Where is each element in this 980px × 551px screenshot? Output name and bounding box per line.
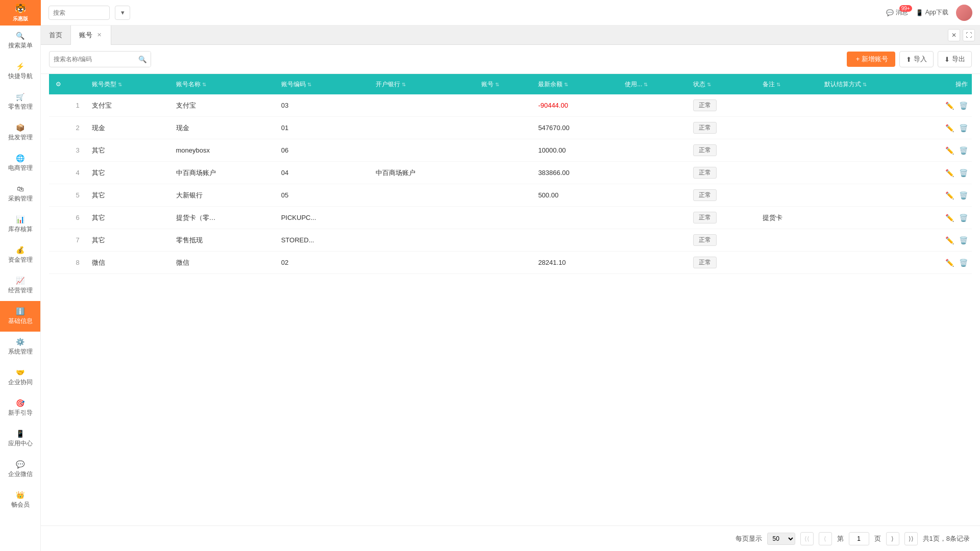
delete-icon[interactable]: 🗑️	[959, 124, 968, 132]
tab-expand-btn[interactable]: ⛶	[963, 29, 975, 41]
dropdown-button[interactable]: ▾	[115, 6, 130, 20]
export-button[interactable]: ⬇ 导出	[938, 51, 972, 67]
row-balance: -90444.00	[534, 94, 621, 117]
top-search-input[interactable]	[48, 6, 110, 20]
row-settings	[49, 139, 67, 162]
row-bank	[372, 117, 477, 139]
delete-icon[interactable]: 🗑️	[959, 191, 968, 199]
delete-icon[interactable]: 🗑️	[959, 259, 968, 267]
row-balance: 383866.00	[534, 162, 621, 184]
col-code[interactable]: 账号编码⇅	[277, 74, 372, 94]
col-type[interactable]: 账号类型⇅	[88, 74, 172, 94]
tab-bar: 首页 账号 ✕ ✕ ⛶	[41, 26, 980, 45]
row-remark	[758, 139, 820, 162]
col-bank[interactable]: 开户银行⇅	[372, 74, 477, 94]
col-usage[interactable]: 使用...⇅	[621, 74, 689, 94]
sidebar-item-search-menu[interactable]: 🔍 搜索菜单	[0, 26, 40, 56]
delete-icon[interactable]: 🗑️	[959, 146, 968, 155]
sidebar-item-app-center[interactable]: 📱 应用中心	[0, 423, 40, 454]
tab-home[interactable]: 首页	[41, 26, 71, 45]
table-wrap: ⚙ 账号类型⇅ 账号名称⇅ 账号编码⇅ 开户银行⇅ 账号⇅ 最新余额⇅ 使用..…	[41, 74, 980, 525]
row-settings	[49, 162, 67, 184]
avatar[interactable]	[956, 5, 972, 21]
col-settings[interactable]: ⚙	[49, 74, 67, 94]
row-actions: ✏️ 🗑️	[931, 207, 972, 229]
page-size-select[interactable]: 50 10 20 100	[767, 533, 795, 545]
row-index: 1	[67, 94, 88, 117]
sidebar-item-ecommerce[interactable]: 🌐 电商管理	[0, 148, 40, 179]
first-page-button[interactable]: ⟨⟨	[800, 532, 814, 545]
sidebar-item-quick-nav[interactable]: ⚡ 快捷导航	[0, 56, 40, 87]
row-status: 正常	[689, 184, 758, 207]
row-usage	[621, 162, 689, 184]
row-actions: ✏️ 🗑️	[931, 229, 972, 252]
col-name[interactable]: 账号名称⇅	[172, 74, 277, 94]
edit-icon[interactable]: ✏️	[945, 236, 954, 244]
sidebar-item-starter-guide[interactable]: 🎯 新手引导	[0, 393, 40, 423]
edit-icon[interactable]: ✏️	[945, 169, 954, 177]
delete-icon[interactable]: 🗑️	[959, 102, 968, 110]
pagination-bar: 每页显示 50 10 20 100 ⟨⟨ ⟨ 第 页 ⟩ ⟩⟩ 共1页，8条记录	[41, 525, 980, 551]
row-code: PICKUPC...	[277, 207, 372, 229]
col-index	[67, 74, 88, 94]
delete-icon[interactable]: 🗑️	[959, 169, 968, 177]
row-code: 02	[277, 252, 372, 274]
sidebar-item-enterprise-wechat[interactable]: 💬 企业微信	[0, 454, 40, 485]
add-account-button[interactable]: + 新增账号	[847, 52, 895, 67]
sidebar-item-inventory[interactable]: 📊 库存核算	[0, 209, 40, 240]
sidebar-item-basic-info[interactable]: ℹ️ 基础信息	[0, 301, 40, 332]
sidebar-item-wholesale[interactable]: 📦 批发管理	[0, 117, 40, 148]
row-remark	[758, 162, 820, 184]
row-index: 5	[67, 184, 88, 207]
next-page-button[interactable]: ⟩	[886, 532, 899, 545]
search-input[interactable]	[50, 56, 134, 63]
sidebar-item-finance[interactable]: 💰 资金管理	[0, 240, 40, 270]
edit-icon[interactable]: ✏️	[945, 124, 954, 132]
col-default-settle[interactable]: 默认结算方式⇅	[820, 74, 931, 94]
last-page-button[interactable]: ⟩⟩	[904, 532, 918, 545]
tab-accounts[interactable]: 账号 ✕	[71, 26, 111, 45]
table-row: 8 微信 微信 02 28241.10 正常 ✏️ 🗑️	[49, 252, 972, 274]
row-type: 其它	[88, 139, 172, 162]
row-usage	[621, 252, 689, 274]
tab-close-btn[interactable]: ✕	[948, 29, 960, 41]
col-remark[interactable]: 备注⇅	[758, 74, 820, 94]
row-code: 05	[277, 184, 372, 207]
row-remark	[758, 117, 820, 139]
sidebar-item-system[interactable]: ⚙️ 系统管理	[0, 332, 40, 362]
edit-icon[interactable]: ✏️	[945, 102, 954, 110]
prev-page-button[interactable]: ⟨	[819, 532, 832, 545]
import-icon: ⬆	[906, 56, 912, 63]
app-icon: 📱	[916, 9, 923, 16]
row-settings	[49, 229, 67, 252]
import-button[interactable]: ⬆ 导入	[899, 51, 934, 67]
edit-icon[interactable]: ✏️	[945, 191, 954, 199]
tab-close-icon[interactable]: ✕	[95, 32, 103, 39]
sidebar-item-retail[interactable]: 🛒 零售管理	[0, 87, 40, 117]
search-button[interactable]: 🔍	[134, 51, 151, 67]
sidebar-item-member[interactable]: 👑 畅会员	[0, 485, 40, 515]
col-balance[interactable]: 最新余额⇅	[534, 74, 621, 94]
app-download-button[interactable]: 📱 App下载	[916, 8, 948, 17]
col-status[interactable]: 状态⇅	[689, 74, 758, 94]
edit-icon[interactable]: ✏️	[945, 259, 954, 267]
page-input[interactable]	[849, 532, 869, 545]
delete-icon[interactable]: 🗑️	[959, 214, 968, 222]
sidebar-item-operations[interactable]: 📈 经营管理	[0, 270, 40, 301]
delete-icon[interactable]: 🗑️	[959, 236, 968, 244]
row-actions: ✏️ 🗑️	[931, 184, 972, 207]
row-balance: 500.00	[534, 184, 621, 207]
row-code: 06	[277, 139, 372, 162]
row-code: 03	[277, 94, 372, 117]
page-size-label: 每页显示	[736, 534, 762, 543]
edit-icon[interactable]: ✏️	[945, 146, 954, 155]
row-usage	[621, 139, 689, 162]
edit-icon[interactable]: ✏️	[945, 214, 954, 222]
table-row: 4 其它 中百商场账户 04 中百商场账户 383866.00 正常 ✏️ 🗑️	[49, 162, 972, 184]
search-icon: 🔍	[138, 56, 147, 63]
sidebar-item-purchase[interactable]: 🛍 采购管理	[0, 179, 40, 209]
row-name: 零售抵现	[172, 229, 277, 252]
message-button[interactable]: 💬 消息 99+	[886, 8, 908, 17]
sidebar-item-enterprise-agreement[interactable]: 🤝 企业协同	[0, 362, 40, 393]
col-account[interactable]: 账号⇅	[477, 74, 534, 94]
